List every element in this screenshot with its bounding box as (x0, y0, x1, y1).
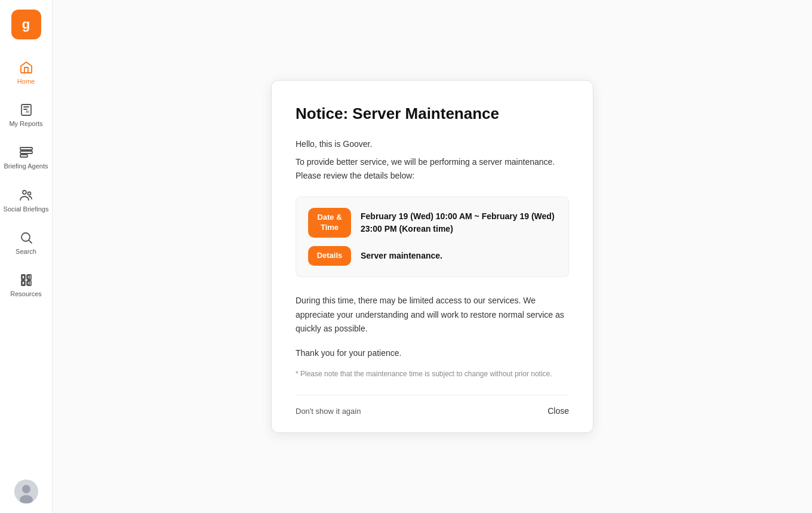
svg-point-5 (23, 191, 26, 194)
maintenance-modal: Notice: Server Maintenance Hello, this i… (271, 80, 593, 433)
sidebar-item-home-label: Home (17, 78, 35, 85)
info-box: Date &Time February 19 (Wed) 10:00 AM ~ … (296, 196, 569, 277)
sidebar-nav: Home AI My Reports Briefing (0, 51, 52, 480)
modal-intro: Hello, this is Goover. (296, 137, 569, 150)
briefing-agents-icon (19, 145, 34, 160)
modal-body-text: During this time, there may be limited a… (296, 294, 569, 336)
sidebar: g Home AI My Reports (0, 0, 53, 513)
svg-point-13 (22, 485, 30, 493)
sidebar-item-social-briefings-label: Social Briefings (4, 205, 49, 213)
date-time-value: February 19 (Wed) 10:00 AM ~ February 19… (361, 210, 556, 235)
details-value: Server maintenance. (361, 250, 442, 262)
sidebar-item-resources-label: Resources (10, 290, 42, 298)
modal-title: Notice: Server Maintenance (296, 105, 569, 123)
modal-overlay: Notice: Server Maintenance Hello, this i… (53, 0, 812, 513)
social-briefings-icon (19, 188, 34, 203)
home-icon (19, 60, 34, 75)
search-icon (19, 230, 34, 245)
sidebar-item-resources[interactable]: Resources (0, 264, 52, 306)
close-button[interactable]: Close (548, 406, 569, 416)
svg-point-6 (27, 192, 30, 195)
modal-note: * Please note that the maintenance time … (296, 370, 569, 378)
svg-rect-3 (20, 151, 32, 153)
sidebar-bottom (14, 480, 38, 503)
svg-rect-2 (20, 148, 32, 150)
my-reports-icon: AI (19, 102, 34, 118)
resources-icon (19, 272, 34, 288)
avatar[interactable] (14, 480, 38, 503)
date-time-row: Date &Time February 19 (Wed) 10:00 AM ~ … (308, 208, 556, 238)
svg-point-7 (21, 233, 30, 241)
sidebar-item-briefing-agents-label: Briefing Agents (4, 162, 48, 170)
svg-rect-4 (20, 155, 27, 157)
sidebar-item-social-briefings[interactable]: Social Briefings (0, 179, 52, 222)
modal-footer: Don't show it again Close (296, 395, 569, 416)
app-logo[interactable]: g (11, 10, 41, 39)
modal-description: To provide better service, we will be pe… (296, 155, 569, 182)
modal-thank-you: Thank you for your patience. (296, 348, 569, 358)
sidebar-item-briefing-agents[interactable]: Briefing Agents (0, 136, 52, 179)
details-row: Details Server maintenance. (308, 246, 556, 266)
sidebar-item-home[interactable]: Home (0, 51, 52, 94)
svg-text:AI: AI (26, 110, 29, 113)
sidebar-item-search-label: Search (16, 248, 36, 256)
details-badge: Details (308, 246, 351, 266)
sidebar-item-my-reports[interactable]: AI My Reports (0, 94, 52, 136)
date-time-badge: Date &Time (308, 208, 351, 238)
sidebar-item-my-reports-label: My Reports (9, 120, 42, 128)
sidebar-item-search[interactable]: Search (0, 222, 52, 264)
dont-show-button[interactable]: Don't show it again (296, 407, 361, 416)
